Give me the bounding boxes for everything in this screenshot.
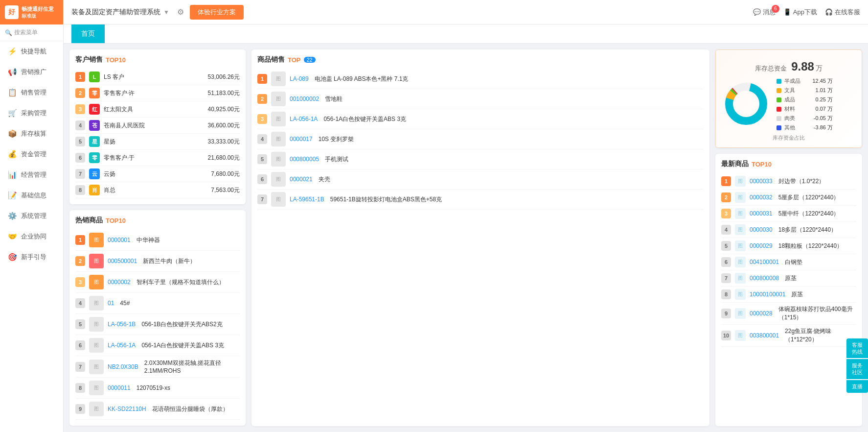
rank-badge: 4 [75,120,85,130]
product-code: KK-SD22110H [108,406,146,412]
search-icon: 🔍 [5,29,12,36]
rank-badge: 6 [75,340,85,350]
product-placeholder: 图 [735,208,746,219]
most-sold-title: 商品销售 TOP 22 [257,55,704,64]
product-placeholder: 图 [735,308,746,319]
legend-dot [777,97,781,102]
customer-amount: 51,183.00元 [208,89,240,97]
customer-name: 零售客户·于 [104,154,204,162]
sidebar-search[interactable]: 🔍 搜索菜单 [0,24,63,41]
legend-item: 材料 0.07 万 [777,105,833,113]
sidebar-logo: 好 畅捷通好生意 标准版 [0,0,63,24]
list-item: 4 图 01 45# [75,293,240,314]
rank-badge: 7 [721,273,731,283]
basic-info-icon: 📝 [8,191,17,200]
new-products-title: 最新商品 TOP10 [721,160,856,168]
list-item: 3 图 0000002 智利车子里（规格不知道填什么） [75,272,240,293]
headset-icon: 🎧 [825,8,833,16]
rank-badge: 2 [257,94,267,104]
list-item: 2 图 0000032 5厘多层（1220*2440） [721,190,856,206]
rank-badge: 7 [257,194,267,204]
sidebar-item-basic-info[interactable]: 📝 基础信息 [0,185,63,206]
customer-name: 肖总 [104,186,207,194]
product-code: NB2.0X30B [108,363,138,370]
message-icon: 💬 [753,8,761,16]
rank-badge: 6 [75,153,85,163]
product-placeholder: 图 [89,296,104,311]
operations-icon: 📊 [8,170,17,179]
product-name: 22g鱼豆腐·烧烤味（1*12*20） [785,327,856,344]
rank-badge: 4 [721,225,731,235]
message-button[interactable]: 💬 消息 6 [753,8,776,17]
list-item: 6 图 004100001 白钢垫 [721,254,856,270]
trial-button[interactable]: 体验行业方案 [190,5,244,20]
product-code: 000800005 [290,156,319,163]
product-code: LA-089 [290,75,309,82]
online-service-button[interactable]: 🎧 在线客服 [825,8,860,17]
product-placeholder: 图 [735,289,746,300]
rank-badge: 6 [721,257,731,267]
right-column: 库存总资金 9.88 万 [715,49,862,426]
product-name: 5厘多层（1220*2440） [778,193,856,202]
sidebar-item-guide[interactable]: 🎯 新手引导 [0,247,63,267]
live-broadcast-button[interactable]: 直播 [846,380,868,393]
tab-home[interactable]: 首页 [71,24,105,43]
product-placeholder: 图 [735,224,746,235]
rank-badge: 1 [75,235,85,245]
avatar: 红 [89,104,100,115]
list-item: 5 图 LA-056-1B 056-1B白色按键开关壳ABS2克 [75,314,240,335]
product-name: 夹壳 [319,175,704,184]
rank-badge: 9 [721,309,731,318]
inventory-icon: 📦 [8,129,17,138]
list-item: 8 图 10000100001 原茎 [721,287,856,303]
rank-badge: 3 [75,104,85,114]
rank-badge: 6 [257,174,267,184]
chevron-down-icon: ▼ [163,9,169,16]
page-tabs: 首页 [64,24,868,44]
system-name: 装备及固定资产辅助管理系统 ▼ [71,8,169,17]
customer-amount: 53,006.26元 [208,73,240,81]
sidebar-item-purchase[interactable]: 🛒 采购管理 [0,103,63,123]
product-placeholder: 图 [271,152,286,167]
enterprise-icon: 🤝 [8,232,17,241]
sidebar-item-system[interactable]: ⚙️ 系统管理 [0,206,63,226]
inventory-total: 库存总资金 9.88 万 [722,60,856,73]
app-download-button[interactable]: 📱 App下载 [783,8,817,17]
product-name: 花语萌恒温分腿睡袋（厚款） [152,405,240,413]
product-name: 056-1A白色按键开关盖ABS 3克 [141,341,240,350]
product-placeholder: 图 [735,330,746,341]
donut-section: 半成品 12.45 万 文具 1.01 万 成品 0.25 万 [722,77,856,131]
list-item: 3 图 LA-056-1A 056-1A白色按键开关盖ABS 3克 [257,109,704,129]
list-item: 2 图 001000002 雪地鞋 [257,89,704,109]
customer-amount: 36,600.00元 [208,121,240,130]
product-name: 新西兰牛肉（新牛） [143,257,240,265]
sidebar-item-inventory[interactable]: 📦 库存核算 [0,123,63,144]
sidebar-item-finance[interactable]: 💰 资金管理 [0,144,63,165]
list-item: 6 图 LA-056-1A 056-1A白色按键开关盖ABS 3克 [75,335,240,356]
sidebar-item-sales[interactable]: 📋 销售管理 [0,82,63,103]
product-code: 003800001 [750,332,779,339]
avatar: 零 [89,88,100,98]
sidebar-item-quick-nav[interactable]: ⚡ 快捷导航 [0,41,63,62]
sidebar-item-operations[interactable]: 📊 经营管理 [0,165,63,185]
list-item: 7 图 LA-59651-1B 59651-1B旋转投影灯电池盒ABS黑色+58… [257,190,704,210]
rank-badge: 2 [75,88,85,98]
product-placeholder: 图 [89,338,104,353]
rank-badge: 5 [257,154,267,164]
rank-badge: 9 [75,404,85,414]
list-item: 4 图 0000017 10S 变刹罗桀 [257,129,704,149]
sidebar-item-enterprise[interactable]: 🤝 企业协同 [0,226,63,247]
customer-service-button[interactable]: 客服热线 [846,338,868,359]
product-code: LA-59651-1B [290,196,324,203]
sidebar-item-marketing[interactable]: 📢 营销推广 [0,62,63,82]
product-name: 中华神器 [137,236,240,244]
service-community-button[interactable]: 服务社区 [846,359,868,379]
rank-badge: 5 [721,241,731,251]
product-placeholder: 图 [89,360,104,374]
list-item: 1 图 0000033 封边带（1.0*22） [721,173,856,190]
table-row: 2 零 零售客户·许 51,183.00元 [75,85,240,101]
phone-icon: 📱 [783,8,791,16]
customer-amount: 33,333.00元 [208,138,240,146]
product-placeholder: 图 [271,192,286,207]
settings-icon[interactable]: ⚙ [177,7,184,17]
